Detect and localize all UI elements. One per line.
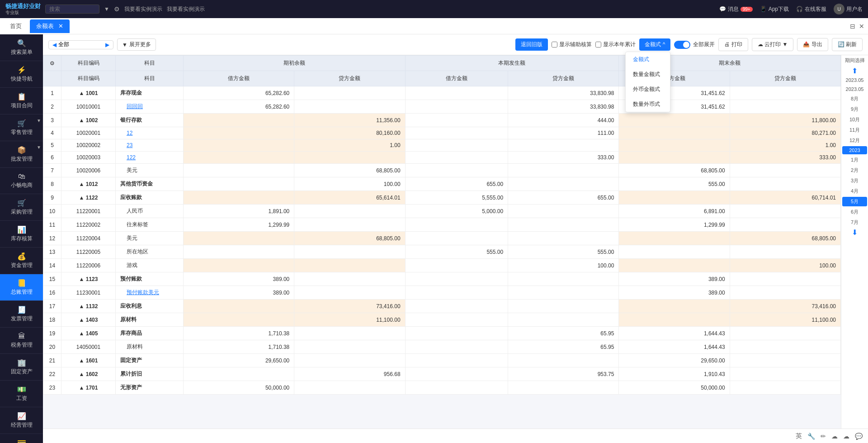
show-assist-checkbox[interactable]: 显示辅助核算 xyxy=(552,41,592,48)
show-year-input[interactable] xyxy=(595,42,601,48)
top-search-input[interactable] xyxy=(45,5,99,14)
table-row[interactable]: 5 10020002 23 1.00 1.00 xyxy=(43,139,841,152)
sidebar-item-inventory[interactable]: 📊 库存核算 xyxy=(0,221,43,248)
table-row[interactable]: 8 ▲ 1012 其他货币资金 100.00 655.00 555.00 xyxy=(43,177,841,191)
tab-close-btn[interactable]: ✕ xyxy=(58,23,63,29)
period-11[interactable]: 11月 xyxy=(842,125,867,135)
show-assist-input[interactable] xyxy=(552,42,557,48)
bottom-cloud1-icon[interactable]: ☁ xyxy=(831,433,838,440)
sidebar-item-assets[interactable]: 🏢 固定资产 xyxy=(0,354,43,381)
table-row[interactable]: 22 ▲ 1602 累计折旧 956.68 953.75 1,910.43 xyxy=(43,367,841,381)
demo-link-text[interactable]: 我要看实例演示 xyxy=(167,5,205,13)
bottom-chat-icon[interactable]: 💬 xyxy=(855,433,863,440)
sidebar-item-project[interactable]: 📋 项目合同 xyxy=(0,88,43,114)
dropdown-item-qty-amount[interactable]: 数量金额式 xyxy=(626,67,670,82)
period-9[interactable]: 9月 xyxy=(842,105,867,114)
search-box[interactable]: ◀ ▶ xyxy=(48,40,113,49)
row-name[interactable]: 12 xyxy=(116,127,184,139)
sidebar-item-invoice[interactable]: 🧾 发票管理 xyxy=(0,301,43,328)
search-right-icon[interactable]: ▶ xyxy=(105,42,109,48)
bottom-cloud2-icon[interactable]: ☁ xyxy=(843,433,849,440)
period-10[interactable]: 10月 xyxy=(842,115,867,124)
print-btn[interactable]: 🖨 打印 xyxy=(718,38,748,51)
message-btn[interactable]: 💬 消息 99+ xyxy=(719,5,753,13)
cloud-print-btn[interactable]: ☁ 云打印 ▼ xyxy=(752,38,794,51)
online-service-btn[interactable]: 🎧 在线客服 xyxy=(796,5,826,13)
table-row[interactable]: 7 10020006 美元 68,805.00 68,805.00 xyxy=(43,164,841,177)
sidebar-item-purchase[interactable]: 🛒 采购管理 xyxy=(0,194,43,221)
export-btn[interactable]: 📤 导出 xyxy=(797,38,828,51)
row-name[interactable]: 122 xyxy=(116,152,184,164)
sidebar-item-funds[interactable]: 💰 资金管理 xyxy=(0,248,43,274)
sidebar-item-quicknav[interactable]: ⚡ 快捷导航 xyxy=(0,61,43,88)
sidebar-item-wholesale[interactable]: 📦 批发管理 ▼ xyxy=(0,141,43,168)
refresh-btn[interactable]: 🔄 刷新 xyxy=(832,38,863,51)
table-row[interactable]: 9 ▲ 1122 应收账款 65,614.01 5,555.00 655.00 … xyxy=(43,191,841,205)
tab-home[interactable]: 首页 xyxy=(4,19,28,33)
period-6[interactable]: 6月 xyxy=(842,207,867,217)
table-row[interactable]: 4 10020001 12 80,160.00 111.00 80,271.00 xyxy=(43,127,841,139)
sidebar-item-retail[interactable]: 🛒 零售管理 ▼ xyxy=(0,114,43,141)
view-mode-btn[interactable]: 金额式 ^ xyxy=(639,38,670,51)
sidebar-item-payroll[interactable]: 💵 工资 xyxy=(0,381,43,407)
settings-icon[interactable]: ⚙ xyxy=(114,5,120,13)
period-up-btn[interactable]: ⬆ xyxy=(852,67,858,75)
return-old-btn[interactable]: 退回旧版 xyxy=(515,38,548,51)
bottom-edit-icon[interactable]: ✏ xyxy=(821,433,826,440)
user-btn[interactable]: U 用户名 xyxy=(834,4,863,14)
bottom-lang-btn[interactable]: 英 xyxy=(796,432,802,440)
search-input[interactable] xyxy=(58,42,104,48)
period-2023-05-1[interactable]: 2023.05 xyxy=(842,76,867,84)
row-name[interactable]: 预付账款美元 xyxy=(116,286,184,300)
table-row[interactable]: 15 ▲ 1123 预付账款 389.00 389.00 xyxy=(43,272,841,286)
bottom-settings-icon[interactable]: 🔧 xyxy=(807,433,815,440)
period-12[interactable]: 12月 xyxy=(842,136,867,145)
period-2[interactable]: 2月 xyxy=(842,166,867,175)
period-8[interactable]: 8月 xyxy=(842,94,867,104)
table-row[interactable]: 6 10020003 122 333.00 333.00 xyxy=(43,152,841,164)
dropdown-icon[interactable]: ▼ xyxy=(104,6,109,12)
dropdown-item-foreign-amount[interactable]: 外币金额式 xyxy=(626,82,670,97)
sidebar-item-expense[interactable]: 💳 小畅报销 xyxy=(0,434,43,443)
table-row[interactable]: 19 ▲ 1405 库存商品 1,710.38 65.95 1,644.43 xyxy=(43,327,841,340)
sidebar-item-ecommerce[interactable]: 🛍 小畅电商 xyxy=(0,168,43,194)
dropdown-item-qty-foreign[interactable]: 数量外币式 xyxy=(626,97,670,112)
row-name[interactable]: 回回回 xyxy=(116,100,184,114)
table-row[interactable]: 23 ▲ 1701 无形资产 50,000.00 50,000.00 xyxy=(43,381,841,395)
expand-more-btn[interactable]: ▼ 展开更多 xyxy=(117,38,156,51)
row-name[interactable]: 23 xyxy=(116,139,184,152)
period-4[interactable]: 4月 xyxy=(842,186,867,196)
table-row[interactable]: 18 ▲ 1403 原材料 11,100.00 11,100.00 xyxy=(43,313,841,327)
dropdown-item-amount[interactable]: 金额式 xyxy=(626,52,670,67)
sidebar-item-search[interactable]: 🔍 搜索菜单 xyxy=(0,34,43,61)
table-row[interactable]: 17 ▲ 1132 应收利息 73,416.00 73,416.00 xyxy=(43,300,841,313)
demo-link[interactable]: 我要看实例演示 xyxy=(124,5,162,13)
tab-restore-icon[interactable]: ⊟ xyxy=(850,23,855,30)
sidebar-item-operations[interactable]: 📈 经营管理 xyxy=(0,407,43,434)
period-5[interactable]: 5月 xyxy=(842,197,867,206)
period-2023-05-2[interactable]: 2023.05 xyxy=(842,85,867,93)
expand-all-toggle[interactable]: 全部展开 xyxy=(674,41,715,49)
table-row[interactable]: 14 11220006 游戏 100.00 100.00 xyxy=(43,259,841,272)
tab-balance[interactable]: 余额表 ✕ xyxy=(30,19,70,33)
table-row[interactable]: 20 14050001 原材料 1,710.38 65.95 1,644.43 xyxy=(43,340,841,354)
tab-close-all-icon[interactable]: ✕ xyxy=(859,23,864,30)
table-row[interactable]: 13 11220005 所在地区 555.00 555.00 xyxy=(43,245,841,259)
table-row[interactable]: 2 10010001 回回回 65,282.60 33,830.98 31,45… xyxy=(43,100,841,114)
toggle-switch[interactable] xyxy=(674,41,690,49)
period-3[interactable]: 3月 xyxy=(842,176,867,186)
table-row[interactable]: 16 11230001 预付账款美元 389.00 389.00 xyxy=(43,286,841,300)
period-down-btn[interactable]: ⬇ xyxy=(852,228,858,237)
sidebar-item-ledger[interactable]: 📒 总账管理 xyxy=(0,274,43,301)
table-row[interactable]: 11 11220002 往来标签 1,299.99 1,299.99 xyxy=(43,218,841,232)
period-7[interactable]: 7月 xyxy=(842,218,867,227)
table-row[interactable]: 12 11220004 美元 68,805.00 68,805.00 xyxy=(43,232,841,245)
sidebar-item-tax[interactable]: 🏛 税务管理 xyxy=(0,328,43,354)
show-year-checkbox[interactable]: 显示本年累计 xyxy=(595,41,636,48)
table-row[interactable]: 1 ▲ 1001 库存现金 65,282.60 33,830.98 31,451… xyxy=(43,86,841,100)
period-1[interactable]: 1月 xyxy=(842,155,867,165)
period-2023[interactable]: 2023 xyxy=(842,146,867,154)
table-row[interactable]: 21 ▲ 1601 固定资产 29,650.00 29,650.00 xyxy=(43,354,841,367)
table-row[interactable]: 3 ▲ 1002 银行存款 11,356.00 444.00 11,800.00 xyxy=(43,114,841,127)
table-settings-col[interactable]: ⚙ xyxy=(43,56,61,71)
